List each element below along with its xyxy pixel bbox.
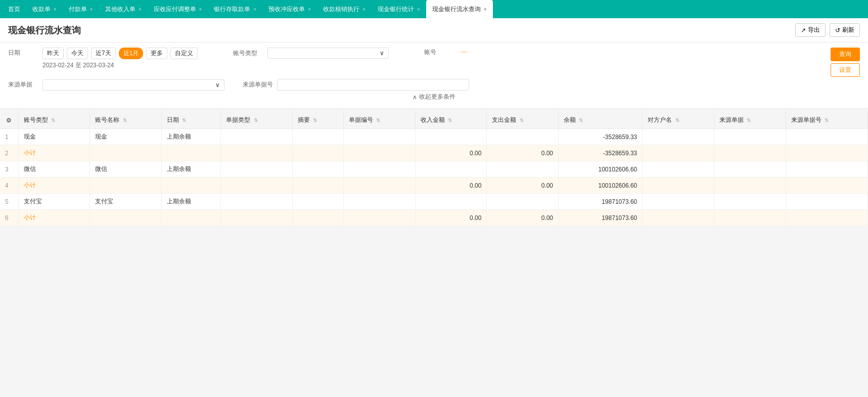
- th-account-name-label: 账号名称: [95, 116, 119, 123]
- cell-balance: -3528659.33: [559, 145, 643, 161]
- cell-balance: 19871073.60: [559, 194, 643, 210]
- cell-doc-no: [343, 161, 415, 178]
- export-button[interactable]: ↗ 导出: [795, 23, 826, 37]
- cell-source-doc-no: [786, 178, 867, 194]
- th-gear[interactable]: ⚙: [0, 112, 18, 129]
- close-bank-deposit-icon[interactable]: ×: [253, 7, 256, 12]
- date-custom[interactable]: 自定义: [170, 48, 198, 59]
- cell-expense: [487, 129, 559, 145]
- cell-summary: [292, 129, 343, 145]
- page-header: 现金银行流水查询 ↗ 导出 ↺ 刷新: [0, 18, 868, 42]
- cell-doc-type: [221, 161, 293, 178]
- date-7days[interactable]: 近7天: [91, 48, 116, 59]
- th-summary-label: 摘要: [298, 116, 310, 123]
- th-date[interactable]: 日期 ⇅: [161, 112, 220, 129]
- nav-receipt[interactable]: 收款单 ×: [26, 0, 63, 18]
- nav-verification[interactable]: 收款核销执行 ×: [317, 0, 372, 18]
- th-account-type-label: 账号类型: [24, 116, 48, 123]
- th-summary[interactable]: 摘要 ⇅: [292, 112, 343, 129]
- gear-icon: ⚙: [6, 117, 12, 124]
- cell-expense: 0.00: [487, 145, 559, 161]
- nav-cash-flow[interactable]: 现金银行流水查询 ×: [426, 0, 493, 18]
- settings-button[interactable]: 设置: [831, 63, 860, 77]
- sort-source-doc-icon: ⇅: [747, 117, 751, 123]
- cell-date: [161, 178, 220, 194]
- cell-doc-no: [343, 194, 415, 210]
- cell-summary: [292, 210, 343, 226]
- close-cash-flow-icon[interactable]: ×: [484, 7, 487, 12]
- cell-expense: 0.00: [487, 178, 559, 194]
- account-ellipsis-button[interactable]: ···: [459, 48, 469, 57]
- th-income[interactable]: 收入金额 ⇅: [415, 112, 487, 129]
- date-options-container: 昨天 今天 近7天 近1月 更多 自定义 2023-02-24 至 2023-0…: [42, 48, 198, 70]
- cell-account-name: 现金: [90, 129, 162, 145]
- th-balance[interactable]: 余额 ⇅: [559, 112, 643, 129]
- nav-cash-stats[interactable]: 现金银行统计 ×: [372, 0, 426, 18]
- date-more[interactable]: 更多: [146, 48, 167, 59]
- cell-source-doc-no: [786, 161, 867, 178]
- nav-home[interactable]: 首页: [2, 0, 26, 18]
- sort-counterparty-icon: ⇅: [675, 117, 679, 123]
- date-today[interactable]: 今天: [67, 48, 88, 59]
- close-cash-stats-icon[interactable]: ×: [417, 7, 420, 12]
- th-doc-type-label: 单据类型: [226, 116, 250, 123]
- nav-payment[interactable]: 付款单 ×: [63, 0, 99, 18]
- cell-account-type: 现金: [18, 129, 90, 145]
- th-balance-label: 余额: [564, 116, 576, 123]
- nav-adjustment[interactable]: 应收应付调整单 ×: [148, 0, 208, 18]
- close-payment-icon[interactable]: ×: [90, 7, 93, 12]
- sort-source-doc-no-icon: ⇅: [825, 117, 829, 123]
- th-source-doc-no[interactable]: 来源单据号 ⇅: [786, 112, 867, 129]
- cell-doc-type: [221, 178, 293, 194]
- th-account-name[interactable]: 账号名称 ⇅: [90, 112, 162, 129]
- source-doc-no-label: 来源单据号: [243, 80, 273, 89]
- date-yesterday[interactable]: 昨天: [42, 48, 64, 59]
- refresh-icon: ↺: [835, 27, 840, 34]
- th-doc-no[interactable]: 单据编号 ⇅: [343, 112, 415, 129]
- cell-source-doc: [714, 194, 786, 210]
- cell-account-name: [90, 210, 162, 226]
- refresh-button[interactable]: ↺ 刷新: [830, 23, 860, 37]
- cell-source-doc-no: [786, 194, 867, 210]
- source-doc-chevron-icon: ∨: [215, 81, 220, 89]
- th-expense[interactable]: 支出金额 ⇅: [487, 112, 559, 129]
- close-verification-icon[interactable]: ×: [362, 7, 366, 12]
- row-number: 4: [0, 178, 18, 194]
- close-receipt-icon[interactable]: ×: [54, 7, 57, 12]
- cell-income: [415, 194, 487, 210]
- collapse-bar[interactable]: ∧ 收起更多条件: [8, 91, 860, 103]
- source-doc-group: 来源单据 ∨: [8, 79, 224, 91]
- top-navigation: 首页 收款单 × 付款单 × 其他收入单 × 应收应付调整单 × 银行存取款单 …: [0, 0, 868, 18]
- source-doc-label: 来源单据: [8, 80, 38, 89]
- account-type-select[interactable]: ∨: [267, 48, 389, 59]
- cell-date: 上期余额: [161, 161, 220, 178]
- query-button[interactable]: 查询: [831, 48, 860, 61]
- close-advance-icon[interactable]: ×: [308, 7, 311, 12]
- table-row: 6小计0.000.0019871073.60: [0, 210, 868, 226]
- date-range-display: 2023-02-24 至 2023-03-24: [42, 61, 198, 70]
- cell-date: [161, 210, 220, 226]
- page-title: 现金银行流水查询: [8, 24, 81, 36]
- cell-account-type: 支付宝: [18, 194, 90, 210]
- filter-area: 日期 昨天 今天 近7天 近1月 更多 自定义 2023-02-24 至 202…: [0, 42, 868, 109]
- cell-counterparty: [643, 178, 714, 194]
- th-counterparty[interactable]: 对方户名 ⇅: [643, 112, 714, 129]
- nav-other-income[interactable]: 其他收入单 ×: [99, 0, 148, 18]
- source-doc-no-input[interactable]: [277, 79, 469, 91]
- cell-source-doc: [714, 178, 786, 194]
- nav-bank-deposit[interactable]: 银行存取款单 ×: [208, 0, 262, 18]
- date-1month[interactable]: 近1月: [119, 48, 144, 59]
- th-source-doc-label: 来源单据: [719, 116, 744, 123]
- filter-row-1: 日期 昨天 今天 近7天 近1月 更多 自定义 2023-02-24 至 202…: [8, 48, 860, 77]
- th-doc-type[interactable]: 单据类型 ⇅: [221, 112, 293, 129]
- sort-balance-icon: ⇅: [579, 117, 583, 123]
- nav-advance[interactable]: 预收冲应收单 ×: [262, 0, 317, 18]
- close-other-income-icon[interactable]: ×: [139, 7, 142, 12]
- sort-account-name-icon: ⇅: [123, 117, 127, 123]
- close-adjustment-icon[interactable]: ×: [199, 7, 202, 12]
- th-account-type[interactable]: 账号类型 ⇅: [18, 112, 90, 129]
- source-doc-select[interactable]: ∨: [42, 79, 224, 91]
- th-source-doc[interactable]: 来源单据 ⇅: [714, 112, 786, 129]
- cell-account-name: [90, 145, 162, 161]
- cell-expense: 0.00: [487, 210, 559, 226]
